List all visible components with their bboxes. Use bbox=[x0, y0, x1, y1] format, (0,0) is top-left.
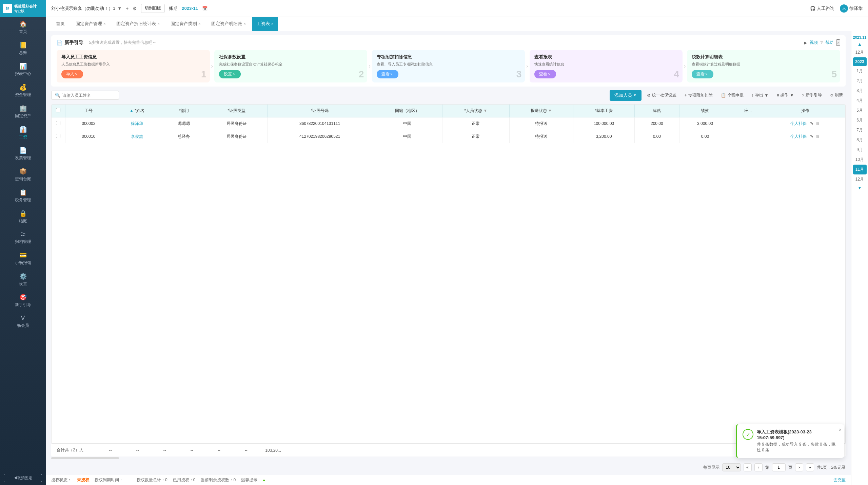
cal-month-7[interactable]: 7月 bbox=[853, 125, 867, 135]
tab-fixed-detail-close-icon[interactable]: × bbox=[243, 22, 245, 26]
search-input[interactable] bbox=[62, 93, 115, 98]
tab-fixed-assets-close-icon[interactable]: × bbox=[103, 22, 105, 26]
page-number-input[interactable] bbox=[772, 463, 786, 471]
tab-fixed-assets[interactable]: 固定资产管理 × bbox=[71, 17, 110, 31]
cal-month-4[interactable]: 4月 bbox=[853, 96, 867, 106]
cal-month-3[interactable]: 3月 bbox=[853, 86, 867, 96]
cal-year-2023[interactable]: 2023 bbox=[853, 57, 867, 66]
refresh-action[interactable]: ↻ 刷新 bbox=[827, 91, 846, 100]
first-page-button[interactable]: « bbox=[744, 463, 752, 471]
prev-page-button[interactable]: ‹ bbox=[754, 463, 763, 471]
row-2-id-no: 412702198206290521 bbox=[267, 130, 372, 143]
scrollbar-thumb[interactable] bbox=[51, 457, 119, 459]
row-2-name-link[interactable]: 李俊杰 bbox=[131, 134, 143, 139]
row-1-name-link[interactable]: 徐泽华 bbox=[131, 121, 143, 126]
row-1-delete-icon[interactable]: 🗑 bbox=[816, 121, 820, 126]
tab-fixed-detail[interactable]: 固定资产明细账 × bbox=[206, 17, 250, 31]
cal-month-1[interactable]: 1月 bbox=[853, 66, 867, 76]
next-page-button[interactable]: › bbox=[795, 463, 803, 471]
row-2-checkbox[interactable] bbox=[56, 134, 60, 138]
sidebar-item-close[interactable]: 🔒 结账 bbox=[0, 206, 46, 227]
cal-month-12-next[interactable]: 12月 bbox=[853, 174, 867, 184]
sidebar-item-settings[interactable]: ⚙️ 设置 bbox=[0, 269, 46, 290]
col-status[interactable]: *人员状态 ▼ bbox=[442, 105, 509, 117]
select-all-checkbox[interactable] bbox=[56, 108, 60, 112]
sidebar-item-funds[interactable]: 💰 资金管理 bbox=[0, 80, 46, 101]
calendar-icon[interactable]: 📅 bbox=[202, 6, 208, 11]
row-2-edit-icon[interactable]: ✎ bbox=[810, 134, 813, 139]
calendar-toggle-button[interactable]: » bbox=[851, 251, 851, 265]
page-size-select[interactable]: 10 20 50 100 bbox=[722, 463, 741, 471]
status-filter-icon[interactable]: ▼ bbox=[483, 108, 487, 113]
toast-close-button[interactable]: × bbox=[839, 427, 842, 432]
tab-fixed-category[interactable]: 固定资产类别 × bbox=[166, 17, 205, 31]
service-button[interactable]: 🎧 人工咨询 bbox=[810, 5, 834, 12]
row-1-name[interactable]: 徐泽华 bbox=[112, 117, 162, 130]
cal-month-10[interactable]: 10月 bbox=[853, 155, 867, 165]
calendar-down-button[interactable]: ▼ bbox=[857, 184, 863, 191]
new-guide-action[interactable]: ? 新手引导 bbox=[799, 91, 825, 100]
tab-payroll-close-icon[interactable]: × bbox=[271, 22, 273, 26]
tab-payroll[interactable]: 工资表 × bbox=[252, 17, 278, 31]
export-action[interactable]: ↑ 导出 ▼ bbox=[749, 91, 771, 100]
cal-month-11-active[interactable]: 11月 bbox=[853, 165, 867, 174]
tab-depreciation-close-icon[interactable]: × bbox=[157, 22, 159, 26]
guide-step-5-btn[interactable]: 查看＞ bbox=[692, 70, 713, 78]
col-report-status[interactable]: 报送状态 ▼ bbox=[509, 105, 573, 117]
row-1-edit-icon[interactable]: ✎ bbox=[810, 121, 813, 126]
cal-month-6[interactable]: 6月 bbox=[853, 115, 867, 125]
cal-month-5[interactable]: 5月 bbox=[853, 106, 867, 115]
row-2-name[interactable]: 李俊杰 bbox=[112, 130, 162, 143]
sidebar-item-guide[interactable]: 🎯 新手引导 bbox=[0, 290, 46, 311]
row-2-delete-icon[interactable]: 🗑 bbox=[816, 134, 820, 139]
account-settings-button[interactable]: ⚙ bbox=[133, 6, 137, 11]
tab-home[interactable]: 首页 bbox=[51, 17, 70, 31]
horizontal-scrollbar[interactable] bbox=[46, 456, 851, 460]
export-arrow-icon: ▼ bbox=[765, 93, 769, 98]
add-employee-button[interactable]: 添加人员 ▼ bbox=[610, 90, 642, 101]
guide-step-3-btn[interactable]: 查看＞ bbox=[377, 70, 398, 78]
sidebar-item-inventory[interactable]: 📦 进销台账 bbox=[0, 164, 46, 185]
tax-report-action[interactable]: 📋 个税申报 bbox=[718, 91, 746, 100]
cal-month-9[interactable]: 9月 bbox=[853, 145, 867, 155]
col-name[interactable]: ▲ *姓名 bbox=[112, 105, 162, 117]
sidebar-item-expense[interactable]: 💳 小畅报销 bbox=[0, 248, 46, 269]
operations-action[interactable]: ≡ 操作 ▼ bbox=[774, 91, 796, 100]
recharge-link[interactable]: 去充值 bbox=[833, 477, 846, 483]
sidebar-item-invoices[interactable]: 📄 发票管理 bbox=[0, 143, 46, 164]
cal-month-2[interactable]: 2月 bbox=[853, 76, 867, 86]
social-insurance-action[interactable]: ⚙ 统一社保设置 bbox=[644, 91, 679, 100]
report-status-filter-icon[interactable]: ▼ bbox=[548, 108, 552, 113]
guide-step-1-btn[interactable]: 导入＞ bbox=[61, 70, 83, 78]
special-deduction-action[interactable]: + 专项附加扣除 bbox=[682, 91, 715, 100]
cancel-pin-button[interactable]: ◀取消固定 bbox=[4, 474, 42, 482]
table-row: 000010 李俊杰 总经办 居民身份证 412702198206290521 … bbox=[52, 130, 845, 143]
sidebar-item-ledger[interactable]: 📒 总账 bbox=[0, 38, 46, 59]
guide-close-button[interactable]: × bbox=[836, 39, 840, 46]
document-icon: 📄 bbox=[57, 40, 62, 45]
sidebar-item-fixed-assets[interactable]: 🏢 固定资产 bbox=[0, 101, 46, 122]
tab-fixed-category-close-icon[interactable]: × bbox=[198, 22, 200, 26]
cal-month-12-prev[interactable]: 12月 bbox=[853, 48, 867, 57]
sidebar-item-archive[interactable]: 🗂 归档管理 bbox=[0, 227, 46, 248]
row-1-checkbox[interactable] bbox=[56, 121, 60, 125]
sidebar-item-member[interactable]: V 畅会员 bbox=[0, 311, 46, 332]
sidebar-item-tax[interactable]: 📋 税务管理 bbox=[0, 185, 46, 206]
guide-step-2-btn[interactable]: 设置＞ bbox=[219, 70, 241, 78]
calendar-up-button[interactable]: ▲ bbox=[857, 41, 863, 48]
account-selector[interactable]: 刘小艳演示账套（勿删勿动！）1 ▼ bbox=[51, 5, 122, 12]
video-link[interactable]: 视频 bbox=[810, 40, 818, 45]
sidebar-item-reports[interactable]: 📊 报表中心 bbox=[0, 59, 46, 80]
switch-version-button[interactable]: 切到旧版 bbox=[141, 4, 165, 13]
user-menu[interactable]: 人 徐泽华 bbox=[840, 4, 863, 13]
add-employee-label: 添加人员 bbox=[614, 92, 632, 98]
sidebar-item-home[interactable]: 🏠 首页 bbox=[0, 17, 46, 38]
sidebar-item-payroll[interactable]: 👔 工资 bbox=[0, 122, 46, 143]
tab-depreciation[interactable]: 固定资产折旧统计表 × bbox=[112, 17, 164, 31]
col-dept: *部门 bbox=[162, 105, 206, 117]
help-link[interactable]: 帮助 bbox=[825, 40, 833, 45]
cal-month-8[interactable]: 8月 bbox=[853, 135, 867, 145]
guide-step-4-btn[interactable]: 查看＞ bbox=[534, 70, 556, 78]
add-account-button[interactable]: + bbox=[126, 6, 129, 11]
last-page-button[interactable]: » bbox=[806, 463, 814, 471]
